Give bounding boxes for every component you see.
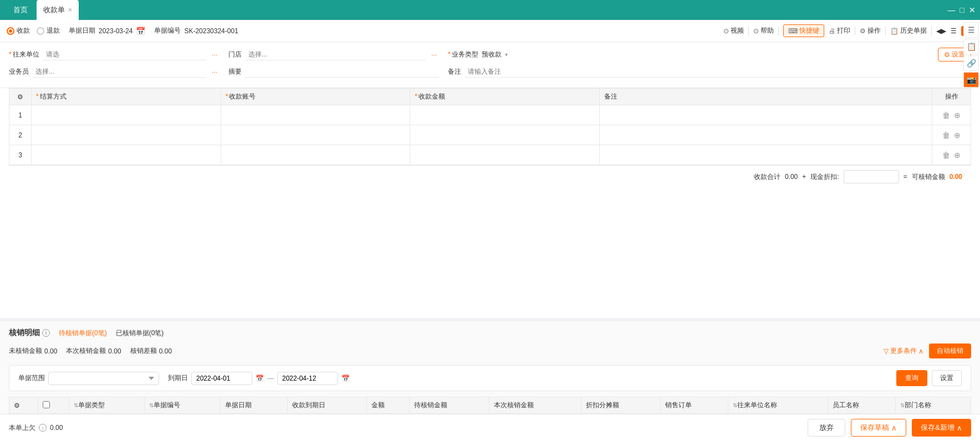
partner-more-icon[interactable]: ···	[210, 51, 220, 59]
settle-cell-2[interactable]	[32, 125, 221, 145]
bottom-left: 本单上欠 i 0.00	[9, 423, 63, 433]
more-conditions-btn[interactable]: ▽ 更多条件 ∧	[884, 346, 923, 356]
stat-unverified: 未核销金额 0.00	[9, 346, 57, 356]
nav-next-btn[interactable]: ▶	[941, 27, 946, 35]
diff-label: 核销差额	[130, 346, 157, 356]
calendar-icon[interactable]: 📅	[136, 27, 145, 35]
delete-row2-icon[interactable]: 🗑	[942, 131, 950, 140]
divider2	[778, 27, 779, 35]
select-all-checkbox[interactable]	[43, 401, 50, 408]
help-btn[interactable]: ⊙ 帮助	[753, 26, 774, 35]
verify-tab-pending[interactable]: 待核销单据(0笔)	[59, 329, 107, 338]
table-header-row: ⚙ *结算方式 *收款账号 *收款金额 备注 操作	[9, 89, 971, 105]
vth-doc-type: ⇅单据类型	[69, 397, 145, 414]
plus-sign: +	[802, 173, 806, 181]
staff-input[interactable]	[32, 66, 206, 78]
video-btn[interactable]: ⊙ 视频	[723, 26, 744, 35]
verify-table: ⚙ ⇅单据类型 ⇅单据编号 单据日期 收款到期日 金额 待核销金额 本次核销金额…	[9, 397, 971, 414]
bottom-bar: 本单上欠 i 0.00 放弃 保存草稿 ∧ 保存&新增 ∧	[0, 414, 980, 441]
gear-icon: ⚙	[944, 51, 950, 59]
partner-input[interactable]	[43, 49, 206, 60]
delete-row3-icon[interactable]: 🗑	[942, 151, 950, 160]
save-draft-button[interactable]: 保存草稿 ∧	[851, 419, 906, 437]
form-area: *往来单位 ··· 门店 ··· *业务类型 预收款 ▾ ⚙ 设置	[0, 42, 980, 88]
minimize-btn[interactable]: —	[948, 6, 956, 14]
verify-tab-done[interactable]: 已核销单据(0笔)	[116, 329, 164, 338]
copy-row3-icon[interactable]: ⊕	[954, 151, 961, 160]
filter-settings-button[interactable]: 设置	[932, 370, 962, 386]
cash-discount-input[interactable]	[844, 170, 899, 183]
note-field: 备注	[448, 66, 971, 78]
delete-row1-icon[interactable]: 🗑	[942, 111, 950, 120]
radio-refund-dot	[37, 27, 44, 35]
radio-receipt-label: 收款	[17, 26, 30, 35]
sidebar-table-icon[interactable]: ☰	[963, 22, 979, 38]
auto-verify-btn[interactable]: 自动核销	[929, 343, 971, 358]
order-info-icon[interactable]: i	[39, 424, 47, 432]
tab-home[interactable]: 首页	[4, 0, 37, 20]
th-note: 备注	[600, 89, 932, 105]
store-more-icon[interactable]: ···	[429, 51, 439, 59]
date-to-input[interactable]	[277, 372, 338, 385]
calendar-from-icon[interactable]: 📅	[256, 375, 264, 382]
radio-receipt[interactable]: 收款	[7, 26, 30, 35]
toolbar-actions: ⊙ 视频 ⊙ 帮助 ⌨ 快捷键 🖨 打印 ⚙ 操作	[723, 24, 973, 37]
note-input[interactable]	[465, 66, 971, 78]
abandon-button[interactable]: 放弃	[808, 419, 845, 437]
note-cell-2[interactable]	[600, 125, 932, 145]
note-cell-3[interactable]	[600, 145, 932, 165]
amount-cell-3[interactable]	[410, 145, 600, 165]
radio-refund[interactable]: 退款	[37, 26, 60, 35]
receipt-type-radio: 收款 退款	[7, 26, 60, 35]
tab-close-icon[interactable]: ×	[68, 6, 72, 14]
amount-cell-2[interactable]	[410, 125, 600, 145]
gear-th[interactable]: ⚙	[9, 89, 32, 105]
operation-btn[interactable]: ⚙ 操作	[860, 26, 881, 35]
account-cell-2[interactable]	[221, 125, 410, 145]
save-new-button[interactable]: 保存&新增 ∧	[912, 419, 971, 437]
copy-row2-icon[interactable]: ⊕	[954, 131, 961, 140]
close-btn[interactable]: ✕	[969, 6, 976, 14]
query-button[interactable]: 查询	[896, 370, 927, 386]
th-ops: 操作	[932, 89, 971, 105]
order-value: 0.00	[50, 424, 63, 432]
tab-active[interactable]: 收款单 ×	[37, 0, 79, 20]
range-select[interactable]	[48, 372, 159, 385]
account-cell-1[interactable]	[221, 105, 410, 125]
shortcut-label: 快捷键	[799, 26, 819, 35]
shortcut-btn[interactable]: ⌨ 快捷键	[783, 24, 824, 37]
settle-cell-1[interactable]	[32, 105, 221, 125]
due-label: 到期日	[168, 373, 188, 383]
amount-cell-1[interactable]	[410, 105, 600, 125]
divider5	[931, 27, 932, 35]
summary-input[interactable]	[245, 66, 439, 78]
row-num-3: 3	[9, 145, 32, 165]
print-btn[interactable]: 🖨 打印	[829, 26, 850, 35]
settle-cell-3[interactable]	[32, 145, 221, 165]
verify-info-icon[interactable]: i	[42, 329, 50, 337]
nav-prev-btn[interactable]: ◀	[936, 27, 941, 35]
equals-sign: =	[904, 173, 907, 181]
sidebar-doc-icon[interactable]: 📋	[963, 39, 979, 54]
calendar-to-icon[interactable]: 📅	[341, 375, 350, 382]
date-from-input[interactable]	[191, 372, 252, 385]
list-view-btn[interactable]: ☰	[951, 27, 957, 35]
sidebar-link-icon[interactable]: 🔗	[963, 55, 979, 71]
history-btn[interactable]: 📋 历史单据	[890, 26, 927, 35]
sidebar-camera-icon[interactable]: 📸	[963, 72, 979, 88]
vth-gear[interactable]: ⚙	[9, 397, 38, 414]
summary-field: 摘要	[228, 66, 439, 78]
biz-type-arrow[interactable]: ▾	[505, 52, 508, 58]
net-value: 0.00	[950, 173, 962, 181]
window-controls: — □ ✕	[948, 6, 976, 14]
copy-row1-icon[interactable]: ⊕	[954, 111, 961, 120]
account-cell-3[interactable]	[221, 145, 410, 165]
receipt-table: ⚙ *结算方式 *收款账号 *收款金额 备注 操作	[9, 88, 971, 165]
maximize-btn[interactable]: □	[960, 6, 964, 14]
staff-more-icon[interactable]: ···	[210, 68, 220, 76]
store-input[interactable]	[245, 49, 426, 60]
note-cell-1[interactable]	[600, 105, 932, 125]
form-row-2: 业务员 ··· 摘要 备注	[9, 66, 971, 78]
print-icon: 🖨	[829, 27, 835, 35]
vth-checkbox[interactable]	[38, 397, 69, 414]
